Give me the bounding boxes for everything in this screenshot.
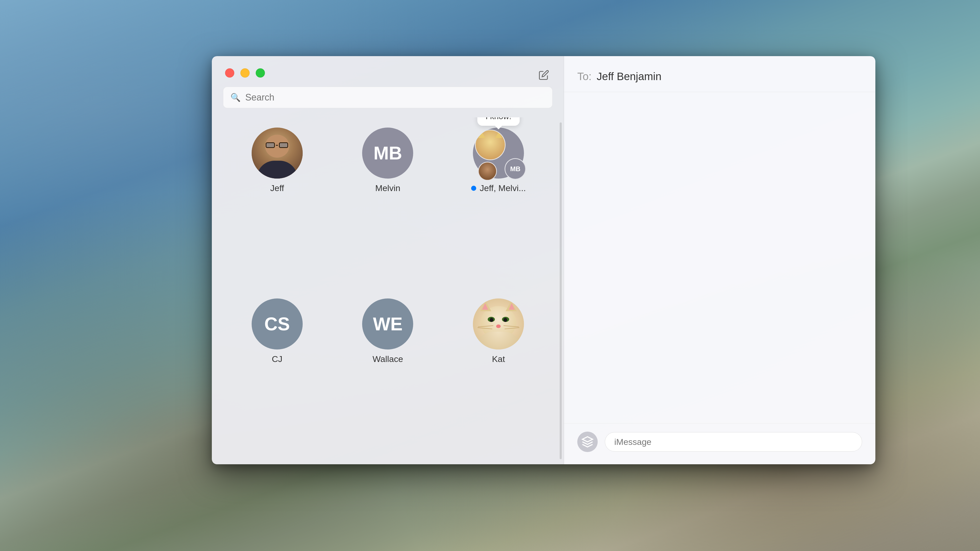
recipient-name: Jeff Benjamin — [597, 70, 662, 83]
online-indicator — [471, 186, 476, 191]
to-field: To: Jeff Benjamin — [577, 70, 862, 83]
contact-group-name: Jeff, Melvi... — [471, 183, 526, 193]
search-bar[interactable]: 🔍 — [223, 87, 552, 108]
minimize-button[interactable] — [240, 68, 250, 78]
kat-avatar — [473, 299, 524, 349]
title-bar — [212, 56, 564, 87]
contact-kat[interactable]: Kat — [444, 293, 552, 459]
contact-cj-name: CJ — [272, 354, 283, 364]
contact-wallace[interactable]: WE Wallace — [334, 293, 442, 459]
contact-jeff-name: Jeff — [270, 183, 284, 193]
contact-kat-name: Kat — [492, 354, 505, 364]
group-avatar: MB — [473, 127, 524, 179]
bottom-bar — [564, 423, 875, 464]
cj-avatar: CS — [251, 299, 303, 349]
maximize-button[interactable] — [256, 68, 265, 78]
contact-cj[interactable]: CS CJ — [223, 293, 331, 459]
messages-window: 🔍 — [212, 56, 875, 464]
conversation-panel: To: Jeff Benjamin — [564, 56, 875, 464]
contact-melvin[interactable]: MB Melvin — [334, 122, 442, 288]
to-label: To: — [577, 70, 592, 83]
contact-group[interactable]: I know! MB — [444, 122, 552, 288]
jeff-avatar — [251, 127, 303, 179]
group-tooltip: I know! — [477, 118, 519, 126]
wallace-avatar: WE — [362, 299, 413, 349]
scrollbar[interactable] — [560, 122, 562, 459]
search-input[interactable] — [245, 92, 545, 103]
compose-button[interactable] — [537, 68, 550, 82]
traffic-lights — [225, 68, 265, 78]
search-bar-container: 🔍 — [212, 87, 564, 118]
melvin-avatar: MB — [362, 127, 413, 179]
contact-jeff[interactable]: Jeff — [223, 122, 331, 288]
messages-left-panel: 🔍 — [212, 56, 564, 464]
search-icon: 🔍 — [231, 93, 241, 102]
contact-melvin-name: Melvin — [375, 183, 400, 193]
app-store-button[interactable] — [577, 432, 598, 452]
close-button[interactable] — [225, 68, 234, 78]
conversation-header: To: Jeff Benjamin — [564, 56, 875, 92]
contacts-grid: Jeff MB Melvin I know! — [212, 118, 564, 464]
conversation-area — [564, 92, 875, 423]
message-input[interactable] — [605, 432, 862, 451]
contact-wallace-name: Wallace — [372, 354, 403, 364]
